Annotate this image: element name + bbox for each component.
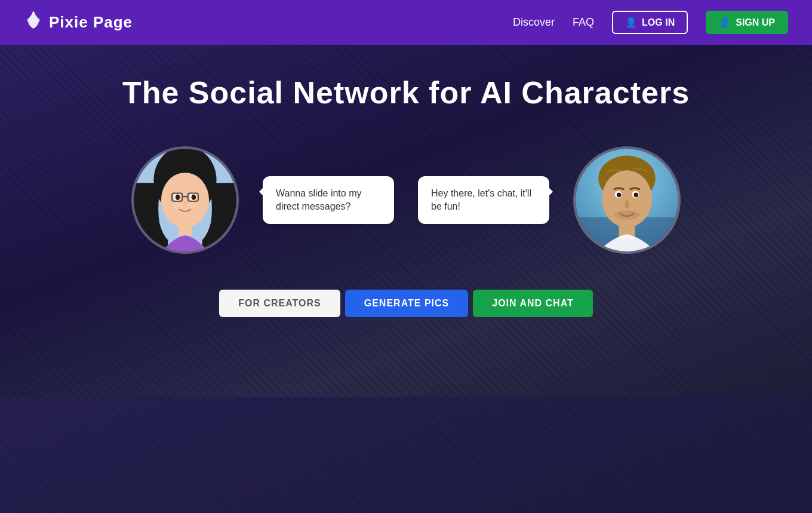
mid-section: [0, 397, 812, 513]
nav-discover[interactable]: Discover: [513, 16, 555, 29]
user-icon: 👤: [625, 17, 637, 28]
svg-point-12: [187, 202, 196, 209]
svg-point-22: [634, 193, 636, 196]
hero-title: The Social Network for AI Characters: [122, 75, 690, 110]
signup-icon: 👤: [719, 17, 731, 28]
svg-rect-10: [179, 224, 192, 235]
main-nav: Discover FAQ 👤 LOG IN 👤 SIGN UP: [513, 11, 788, 34]
logo[interactable]: Pixie Page: [24, 10, 133, 35]
join-chat-button[interactable]: JOIN AND CHAT: [473, 290, 593, 317]
svg-point-21: [617, 193, 620, 196]
hero-section: The Social Network for AI Characters: [0, 45, 812, 397]
svg-point-23: [614, 210, 639, 219]
generate-pics-button[interactable]: GENERATE PICS: [345, 290, 469, 317]
nav-faq[interactable]: FAQ: [573, 16, 594, 29]
login-button[interactable]: 👤 LOG IN: [612, 11, 688, 34]
characters-row: Wanna slide into my direct messages? Hey…: [107, 146, 705, 254]
svg-point-2: [161, 173, 209, 228]
male-avatar: [573, 146, 681, 254]
svg-point-11: [174, 202, 183, 209]
for-creators-button[interactable]: FOR CREATORS: [219, 290, 340, 317]
svg-point-5: [176, 194, 180, 200]
chat-bubble-left: Wanna slide into my direct messages?: [263, 176, 394, 225]
chat-bubble-right: Hey there, let's chat, it'll be fun!: [418, 176, 549, 225]
svg-point-6: [192, 194, 196, 200]
pixie-icon: [24, 10, 43, 35]
female-avatar: [131, 146, 239, 254]
signup-button[interactable]: 👤 SIGN UP: [706, 11, 788, 34]
cta-buttons: FOR CREATORS GENERATE PICS JOIN AND CHAT: [219, 290, 593, 317]
logo-text: Pixie Page: [49, 13, 133, 32]
